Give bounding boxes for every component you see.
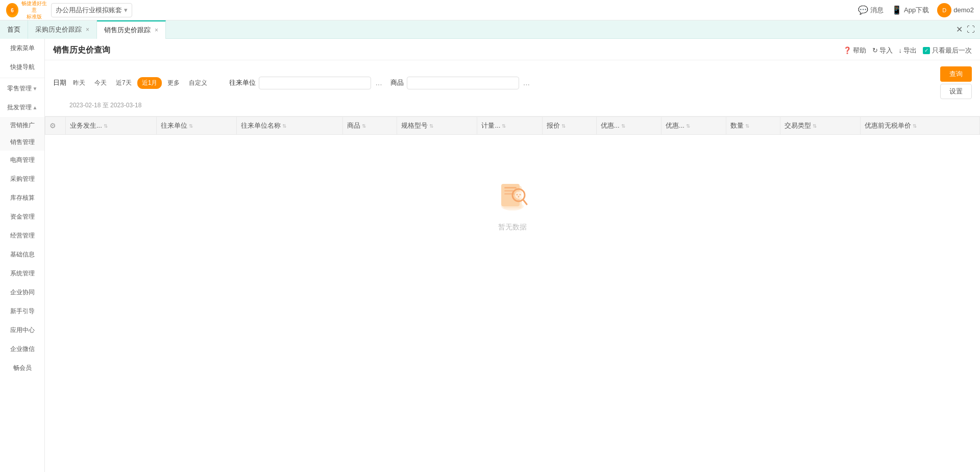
settings-button[interactable]: 设置 xyxy=(940,84,972,99)
sidebar-item-inventory[interactable]: 库存核算 xyxy=(0,188,44,207)
filter-row: 日期 昨天 今天 近7天 近1月 更多 自定义 往来单位 xyxy=(53,66,972,99)
phone-icon: 📱 xyxy=(892,5,902,15)
counterparty-dots-btn[interactable]: ... xyxy=(375,78,382,87)
sidebar-item-enterprise-wechat[interactable]: 企业微信 xyxy=(0,340,44,359)
export-action[interactable]: ↓ 导出 xyxy=(899,46,917,55)
sort-icon-discount1[interactable]: ⇅ xyxy=(621,123,625,129)
tab-sales-history-label: 销售历史价跟踪 xyxy=(104,26,151,35)
date-btn-more[interactable]: 更多 xyxy=(164,77,183,89)
sidebar: 搜索菜单 快捷导航 零售管理 ▼ 批发管理 ▲ 营销推广 销售管理 电商管理 采… xyxy=(0,39,45,472)
sort-icon-trade-type[interactable]: ⇅ xyxy=(813,123,817,129)
page-header: 销售历史价查询 ❓ 帮助 ↻ 导入 ↓ 导出 ✓ xyxy=(45,39,980,60)
counterparty-input[interactable] xyxy=(259,77,371,89)
query-button[interactable]: 查询 xyxy=(940,66,972,82)
counterparty-label: 往来单位 xyxy=(229,78,256,87)
search-menu-label: 搜索菜单 xyxy=(10,44,35,53)
col-settings: ⚙ xyxy=(45,117,66,135)
sort-icon-pretax-price[interactable]: ⇅ xyxy=(913,123,917,129)
chevron-down-icon: ▼ xyxy=(33,86,38,91)
sidebar-item-finance[interactable]: 资金管理 xyxy=(0,207,44,226)
sidebar-item-purchase-mgmt[interactable]: 采购管理 xyxy=(0,170,44,188)
enterprise-wechat-label: 企业微信 xyxy=(10,345,35,353)
action-buttons: 查询 设置 xyxy=(940,66,972,99)
message-action[interactable]: 💬 消息 xyxy=(858,5,884,15)
page-header-actions: ❓ 帮助 ↻ 导入 ↓ 导出 ✓ 只看最后一次 xyxy=(843,46,972,55)
sidebar-item-membership[interactable]: 畅会员 xyxy=(0,359,44,377)
ecommerce-label: 电商管理 xyxy=(10,156,35,164)
top-bar-left: 6 畅捷通好生意 标准版 办公用品行业模拟账套 ▾ xyxy=(6,0,132,20)
only-last-checkbox[interactable]: ✓ xyxy=(923,47,930,54)
sort-icon-goods[interactable]: ⇅ xyxy=(362,123,366,129)
date-filter: 日期 昨天 今天 近7天 近1月 更多 自定义 xyxy=(53,77,211,89)
date-buttons: 昨天 今天 近7天 近1月 更多 自定义 xyxy=(69,77,211,89)
date-btn-custom[interactable]: 自定义 xyxy=(185,77,211,89)
empty-text: 暂无数据 xyxy=(498,223,527,232)
only-last-action[interactable]: ✓ 只看最后一次 xyxy=(923,46,972,55)
layout: 搜索菜单 快捷导航 零售管理 ▼ 批发管理 ▲ 营销推广 销售管理 电商管理 采… xyxy=(0,39,980,472)
svg-point-13 xyxy=(518,196,520,198)
sidebar-item-sales-mgmt[interactable]: 销售管理 xyxy=(0,134,44,151)
sidebar-item-quick-nav[interactable]: 快捷导航 xyxy=(0,58,44,77)
sidebar-item-basic-info[interactable]: 基础信息 xyxy=(0,245,44,264)
sidebar-item-enterprise[interactable]: 企业协同 xyxy=(0,283,44,302)
col-goods: 商品 ⇅ xyxy=(343,117,397,135)
svg-line-9 xyxy=(523,200,527,204)
sort-icon-discount2[interactable]: ⇅ xyxy=(686,123,690,129)
sidebar-submenu: 营销推广 销售管理 xyxy=(0,117,44,151)
sort-icon-quote[interactable]: ⇅ xyxy=(561,123,566,129)
goods-dots-btn[interactable]: ... xyxy=(523,78,530,87)
chevron-down-icon: ▾ xyxy=(124,6,128,14)
gear-icon[interactable]: ⚙ xyxy=(50,122,56,130)
sort-icon-unit[interactable]: ⇅ xyxy=(502,123,506,129)
svg-point-10 xyxy=(515,192,522,199)
tab-close-all-btn[interactable]: ✕ xyxy=(956,25,963,34)
sidebar-divider-1 xyxy=(0,78,44,78)
tab-sales-history[interactable]: 销售历史价跟踪 × xyxy=(97,20,166,39)
page-title: 销售历史价查询 xyxy=(53,45,110,56)
logo-icon: 6 xyxy=(6,3,18,17)
tab-purchase-close-icon[interactable]: × xyxy=(86,26,89,33)
tab-fullscreen-btn[interactable]: ⛶ xyxy=(967,25,975,34)
sidebar-item-app-center[interactable]: 应用中心 xyxy=(0,321,44,340)
app-download-action[interactable]: 📱 App下载 xyxy=(892,5,929,15)
sidebar-item-ecommerce[interactable]: 电商管理 xyxy=(0,151,44,170)
col-spec: 规格型号 ⇅ xyxy=(397,117,477,135)
sidebar-item-operations[interactable]: 经营管理 xyxy=(0,226,44,245)
tab-home[interactable]: 首页 xyxy=(0,20,28,39)
date-range-text: 2023-02-18 至 2023-03-18 xyxy=(69,102,141,109)
date-btn-today[interactable]: 今天 xyxy=(91,77,110,89)
col-discount1: 优惠... ⇅ xyxy=(596,117,661,135)
col-quote: 报价 ⇅ xyxy=(542,117,596,135)
page-container: 销售历史价查询 ❓ 帮助 ↻ 导入 ↓ 导出 ✓ xyxy=(45,39,980,472)
sidebar-item-wholesale-mgmt[interactable]: 批发管理 ▲ xyxy=(0,98,44,117)
app-selector[interactable]: 办公用品行业模拟账套 ▾ xyxy=(51,3,132,17)
sort-icon-spec[interactable]: ⇅ xyxy=(429,123,433,129)
help-action[interactable]: ❓ 帮助 xyxy=(843,46,866,55)
sidebar-item-system[interactable]: 系统管理 xyxy=(0,264,44,283)
top-bar: 6 畅捷通好生意 标准版 办公用品行业模拟账套 ▾ 💬 消息 📱 App下载 D… xyxy=(0,0,980,20)
sidebar-item-guide[interactable]: 新手引导 xyxy=(0,302,44,321)
user-action[interactable]: D demo2 xyxy=(937,3,974,17)
export-icon: ↓ xyxy=(899,46,902,54)
sort-icon-quantity[interactable]: ⇅ xyxy=(745,123,749,129)
col-biz-date: 业务发生... ⇅ xyxy=(66,117,157,135)
tab-sales-close-icon[interactable]: × xyxy=(155,27,158,34)
sidebar-item-marketing[interactable]: 营销推广 xyxy=(0,117,44,134)
sort-icon-biz-date[interactable]: ⇅ xyxy=(104,123,108,129)
date-btn-last7[interactable]: 近7天 xyxy=(112,77,135,89)
date-btn-last1m[interactable]: 近1月 xyxy=(137,77,162,89)
tab-purchase-history[interactable]: 采购历史价跟踪 × xyxy=(28,20,97,39)
sort-icon-counterparty-id[interactable]: ⇅ xyxy=(189,123,193,129)
enterprise-label: 企业协同 xyxy=(10,288,35,297)
sort-icon-counterparty-name[interactable]: ⇅ xyxy=(282,123,286,129)
import-action[interactable]: ↻ 导入 xyxy=(872,46,893,55)
tab-purchase-history-label: 采购历史价跟踪 xyxy=(35,25,82,34)
date-btn-yesterday[interactable]: 昨天 xyxy=(69,77,89,89)
logo-area: 6 畅捷通好生意 标准版 xyxy=(6,0,47,20)
col-pretax-price: 优惠前无税单价 ⇅ xyxy=(861,117,980,135)
col-trade-type: 交易类型 ⇅ xyxy=(780,117,861,135)
goods-filter: 商品 ... xyxy=(390,77,530,89)
sidebar-item-search-menu[interactable]: 搜索菜单 xyxy=(0,39,44,58)
goods-input[interactable] xyxy=(407,77,519,89)
sidebar-item-retail-mgmt[interactable]: 零售管理 ▼ xyxy=(0,79,44,98)
